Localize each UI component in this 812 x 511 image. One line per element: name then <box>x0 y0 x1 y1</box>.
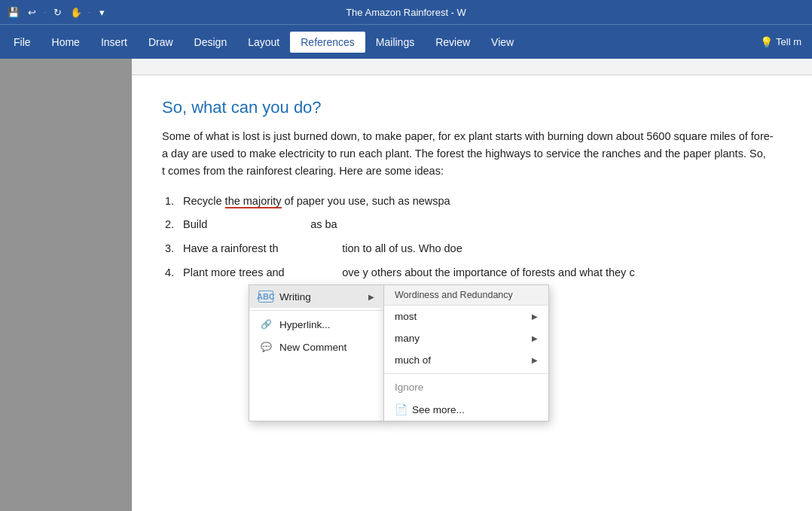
menu-mailings[interactable]: Mailings <box>365 32 425 53</box>
context-menu-writing: ABC Writing ▶ 🔗 Hyperlink... 💬 New Comme… <box>249 284 384 421</box>
separator: · <box>44 8 46 17</box>
ctx-suggestion-many[interactable]: many ▶ <box>384 327 548 349</box>
list-item: Recycle the majority of paper you use, s… <box>177 193 774 211</box>
writing-icon: ABC <box>258 290 273 303</box>
undo-icon[interactable]: ↩ <box>24 5 39 20</box>
ctx-suggestion-much-of-arrow: ▶ <box>532 356 538 364</box>
menu-review[interactable]: Review <box>425 32 481 53</box>
ctx-suggestion-much-of[interactable]: much of ▶ <box>384 349 548 371</box>
ctx-header: Wordiness and Redundancy <box>384 285 548 306</box>
ctx-hyperlink-label: Hyperlink... <box>279 319 331 330</box>
ctx-divider2 <box>384 373 548 374</box>
context-menu-wordiness: Wordiness and Redundancy most ▶ many ▶ m… <box>383 284 549 421</box>
doc-list: Recycle the majority of paper you use, s… <box>177 193 774 283</box>
menu-references[interactable]: References <box>290 32 365 53</box>
document-wrapper: So, what can you do? Some of what is los… <box>132 59 812 511</box>
ctx-ignore-label: Ignore <box>395 382 423 393</box>
ctx-divider <box>249 310 383 311</box>
hyperlink-icon: 🔗 <box>258 318 273 330</box>
ctx-suggestion-most-text: most <box>395 311 417 322</box>
see-more-icon: 📄 <box>395 403 408 415</box>
underlined-text: the majority <box>225 195 282 208</box>
ctx-writing-label: Writing <box>279 291 311 303</box>
save-icon[interactable]: 💾 <box>6 5 21 20</box>
list-item: Build as ba <box>177 216 774 234</box>
menu-home[interactable]: Home <box>41 32 90 53</box>
ctx-suggestion-much-of-text: much of <box>395 354 431 366</box>
new-comment-icon: 💬 <box>258 341 273 353</box>
touch-icon[interactable]: ✋ <box>69 5 84 20</box>
list-item: Have a rainforest th tion to all of us. … <box>177 240 774 258</box>
separator2: · <box>88 8 90 17</box>
menu-view[interactable]: View <box>481 32 524 53</box>
left-sidebar <box>0 59 132 511</box>
document-area: So, what can you do? Some of what is los… <box>0 59 812 511</box>
ctx-see-more-label: See more... <box>412 404 465 415</box>
ctx-suggestion-most-arrow: ▶ <box>532 312 538 321</box>
menu-layout[interactable]: Layout <box>237 32 290 53</box>
ctx-see-more-item[interactable]: 📄 See more... <box>384 398 548 421</box>
ctx-ignore-item[interactable]: Ignore <box>384 376 548 398</box>
dropdown-icon[interactable]: ▾ <box>95 5 110 20</box>
ctx-writing-item[interactable]: ABC Writing ▶ <box>249 285 383 308</box>
ruler <box>132 59 812 75</box>
ctx-hyperlink-item[interactable]: 🔗 Hyperlink... <box>249 313 383 336</box>
tell-me-box[interactable]: 💡 Tell m <box>752 33 809 51</box>
window-title: The Amazon Rainforest - W <box>346 7 466 18</box>
ctx-suggestion-many-text: many <box>395 333 420 344</box>
title-bar: 💾 ↩ · ↻ ✋ · ▾ The Amazon Rainforest - W <box>0 0 812 24</box>
ctx-arrow: ▶ <box>368 293 374 301</box>
redo-icon[interactable]: ↻ <box>50 5 66 20</box>
menu-draw[interactable]: Draw <box>138 32 184 53</box>
document-page[interactable]: So, what can you do? Some of what is los… <box>132 75 812 511</box>
menu-insert[interactable]: Insert <box>90 32 138 53</box>
tell-me-label: Tell m <box>776 36 801 47</box>
ctx-suggestion-many-arrow: ▶ <box>532 334 538 342</box>
menu-design[interactable]: Design <box>184 32 238 53</box>
doc-heading: So, what can you do? <box>162 98 774 117</box>
ctx-new-comment-label: New Comment <box>279 342 346 353</box>
context-menu-area: ABC Writing ▶ 🔗 Hyperlink... 💬 New Comme… <box>249 284 549 421</box>
list-item: Plant more trees and ove y others about … <box>177 264 774 282</box>
lightbulb-icon: 💡 <box>760 36 773 48</box>
doc-paragraph: Some of what is lost is just burned down… <box>162 128 774 181</box>
menu-file[interactable]: File <box>3 32 41 53</box>
ctx-new-comment-item[interactable]: 💬 New Comment <box>249 336 383 358</box>
menu-bar: File Home Insert Draw Design Layout Refe… <box>0 24 812 59</box>
ctx-suggestion-most[interactable]: most ▶ <box>384 306 548 327</box>
